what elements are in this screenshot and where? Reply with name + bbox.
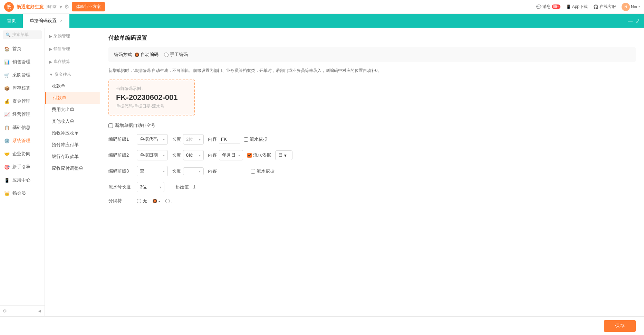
separator-dash[interactable]: - <box>153 198 160 204</box>
sidebar-item-enterprise[interactable]: 🤝 企业协同 <box>0 147 45 160</box>
separator-dot[interactable]: . <box>165 198 173 204</box>
logo-icon: 畅 <box>4 2 14 12</box>
prefix2-serial-unit-arrow: ▾ <box>284 153 287 158</box>
prefix3-length-select[interactable]: ▾ <box>183 167 204 175</box>
description-text: 新增单据时，'单据编码'自动生成，不可编辑。前缀设置为部门、业务员等档案类，开单… <box>108 67 636 74</box>
sub-item-receipt[interactable]: 收款单 <box>45 80 100 92</box>
sub-item-expense[interactable]: 费用支出单 <box>45 104 100 115</box>
top-bar-controls: ▾ ⚙ <box>59 3 69 10</box>
settings-icon[interactable]: ⚙ <box>64 3 69 10</box>
separator-label: 分隔符 <box>108 198 133 204</box>
auto-coding-option[interactable]: 自动编码 <box>135 52 158 58</box>
sidebar-item-system[interactable]: ⚙️ 系统管理 <box>0 134 45 147</box>
save-button[interactable]: 保存 <box>604 320 636 332</box>
enterprise-icon: 🤝 <box>4 151 10 157</box>
sidebar-item-member[interactable]: 👑 畅会员 <box>0 187 45 200</box>
prefix1-serial-checkbox[interactable] <box>244 137 248 142</box>
sub-item-prepay-receive[interactable]: 预收冲应收单 <box>45 127 100 139</box>
sub-group-purchase-title[interactable]: ▶ 采购管理 <box>45 30 100 42</box>
prefix2-select[interactable]: 单据日期 ▾ <box>137 150 168 160</box>
serial-length-select[interactable]: 3位 ▾ <box>137 182 164 192</box>
trial-btn[interactable]: 体验行业方案 <box>72 2 105 11</box>
manual-coding-option[interactable]: 手工编码 <box>164 52 188 58</box>
sub-group-sales-arrow: ▶ <box>49 47 52 52</box>
sidebar-item-basic[interactable]: 📋 基础信息 <box>0 121 45 134</box>
tab-minimize-icon[interactable]: — <box>628 18 633 24</box>
sub-group-inventory-title[interactable]: ▶ 库存核算 <box>45 56 100 67</box>
code-preview-label: 当前编码示例： <box>116 86 187 92</box>
sidebar-item-operations[interactable]: 📈 经营管理 <box>0 108 45 121</box>
sidebar-search-area[interactable]: 🔍 搜索菜单 <box>0 28 45 42</box>
sidebar-item-purchase[interactable]: 🛒 采购管理 <box>0 68 45 82</box>
separator-dot-radio[interactable] <box>165 199 170 203</box>
sidebar-settings-icon[interactable]: ⚙ <box>3 308 7 314</box>
download-btn[interactable]: 📱 App下载 <box>566 4 588 10</box>
tab-encoding-settings[interactable]: 单据编码设置 × <box>23 14 69 28</box>
sub-item-payment[interactable]: 付款单 <box>45 92 100 104</box>
sub-item-prepay-pay[interactable]: 预付冲应付单 <box>45 139 100 151</box>
basic-icon: 📋 <box>4 125 10 130</box>
prefix1-content-input[interactable] <box>219 135 240 143</box>
separator-none[interactable]: 无 <box>137 198 147 204</box>
prefix2-serial-checkbox[interactable] <box>247 153 252 158</box>
sub-group-finance: ▼ 资金往来 收款单 付款单 费用支出单 其他收入单 预收冲应收单 预付冲应付单 <box>45 69 100 174</box>
guide-icon: 🎯 <box>4 164 10 170</box>
prefix3-select-arrow: ▾ <box>163 169 165 173</box>
sidebar-item-apps[interactable]: 📱 应用中心 <box>0 174 45 187</box>
sub-group-sales: ▶ 销售管理 <box>45 43 100 55</box>
prefix1-length-select[interactable]: 2位 ▾ <box>183 134 204 145</box>
separator-row: 分隔符 无 - . <box>108 198 636 204</box>
sub-group-inventory: ▶ 库存核算 <box>45 56 100 67</box>
prefix1-length-arrow: ▾ <box>199 138 201 141</box>
prefix3-serial-checkbox[interactable] <box>251 169 255 174</box>
auto-coding-radio[interactable] <box>135 53 139 57</box>
search-icon: 🔍 <box>6 32 11 37</box>
system-icon: ⚙️ <box>4 138 10 143</box>
sub-group-sales-title[interactable]: ▶ 销售管理 <box>45 43 100 55</box>
separator-none-radio[interactable] <box>137 199 141 203</box>
sidebar-item-finance[interactable]: 💰 资金管理 <box>0 95 45 108</box>
prefix-row-1: 编码前缀1 单据代码 ▾ 长度 2位 ▾ 内容 <box>108 134 636 145</box>
content-inner: 付款单编码设置 编码方式 自动编码 手工编码 新增单据时，'单据编码'自动生成，… <box>100 28 644 316</box>
sidebar-item-inventory[interactable]: 📦 库存核算 <box>0 82 45 95</box>
prefix2-select-arrow: ▾ <box>163 153 165 157</box>
search-input-container[interactable]: 🔍 搜索菜单 <box>3 30 42 39</box>
prefix2-content-select[interactable]: 年月日 ▾ <box>219 150 243 160</box>
sub-item-ar-ap[interactable]: 应收应付调整单 <box>45 162 100 174</box>
sub-item-bank-deposit[interactable]: 银行存取款单 <box>45 151 100 162</box>
dropdown-arrow[interactable]: ▾ <box>59 3 62 10</box>
prefix2-length-select[interactable]: 8位 ▾ <box>183 150 204 160</box>
sub-group-finance-title[interactable]: ▼ 资金往来 <box>45 69 100 80</box>
tab-expand-icon[interactable]: ⤢ <box>635 18 640 24</box>
separator-options: 无 - . <box>137 198 173 204</box>
prefix1-label: 编码前缀1 <box>108 136 133 142</box>
service-btn[interactable]: 🎧 在线客服 <box>593 4 616 10</box>
sub-item-other-income[interactable]: 其他收入单 <box>45 115 100 127</box>
prefix3-length-arrow: ▾ <box>199 169 201 173</box>
prefix2-length-arrow: ▾ <box>199 153 201 157</box>
message-btn[interactable]: 💬 消息 99+ <box>536 4 560 10</box>
coding-method-label: 编码方式 <box>114 52 132 58</box>
start-value-input[interactable] <box>191 183 219 191</box>
sidebar-collapse-icon[interactable]: ◄ <box>37 308 42 314</box>
prefix1-select[interactable]: 单据代码 ▾ <box>137 134 168 145</box>
prefix3-content-input[interactable] <box>219 167 247 175</box>
separator-dash-radio[interactable] <box>153 199 157 203</box>
prefix-row-3: 编码前缀3 空 ▾ 长度 ▾ 内容 <box>108 166 636 176</box>
prefix3-select[interactable]: 空 ▾ <box>137 166 168 176</box>
sidebar-item-home[interactable]: 🏠 首页 <box>0 42 45 55</box>
message-badge: 99+ <box>552 4 560 9</box>
user-menu[interactable]: N Nare <box>622 3 640 11</box>
nav-tabs: 首页 单据编码设置 × — ⤢ <box>0 14 644 28</box>
sidebar-item-guide[interactable]: 🎯 新手引导 <box>0 160 45 174</box>
tab-close-icon[interactable]: × <box>60 18 63 23</box>
prefix2-serial-unit-select[interactable]: 日 ▾ <box>275 150 292 160</box>
tab-home[interactable]: 首页 <box>0 14 23 28</box>
service-icon: 🎧 <box>593 4 598 9</box>
sidebar: 🔍 搜索菜单 🏠 首页 📊 销售管理 🛒 采购管理 📦 库存核算 💰 <box>0 28 45 316</box>
purchase-icon: 🛒 <box>4 72 10 78</box>
sidebar-item-sales[interactable]: 📊 销售管理 <box>0 55 45 68</box>
prefix1-serial-check: 流水依据 <box>244 136 268 142</box>
manual-coding-radio[interactable] <box>164 53 169 57</box>
auto-fill-checkbox[interactable] <box>108 123 113 128</box>
